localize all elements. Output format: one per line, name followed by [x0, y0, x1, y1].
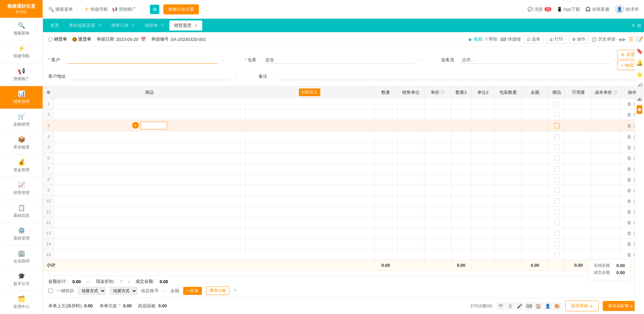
amount-cell-13[interactable] — [522, 228, 548, 239]
avail-cell-1[interactable] — [565, 99, 592, 109]
unit-cell-1[interactable] — [397, 99, 424, 109]
toolbar-icon-4[interactable]: ⌨ — [525, 302, 533, 310]
cost-cell-7[interactable] — [592, 164, 621, 174]
unit-cell-4[interactable] — [397, 131, 424, 142]
cost-cell-14[interactable] — [592, 239, 621, 249]
unit2-cell-3[interactable] — [471, 120, 495, 131]
gift-cell-6[interactable] — [548, 153, 565, 164]
gift-checkbox-14[interactable] — [554, 241, 559, 247]
cost-cell-10[interactable] — [592, 196, 621, 206]
avail-cell-13[interactable] — [565, 228, 592, 239]
date-value[interactable]: 2023-03-20 — [116, 37, 139, 42]
sidebar-item-operation[interactable]: 📈 经营管理 — [0, 177, 43, 200]
avail-cell-9[interactable] — [565, 185, 592, 196]
topbar-marketing[interactable]: 📢 营销推广 — [112, 6, 136, 12]
qty2-cell-12[interactable] — [451, 217, 471, 228]
avail-cell-15[interactable] — [565, 249, 592, 260]
unit2-cell-10[interactable] — [471, 196, 495, 206]
avail-cell-11[interactable] — [565, 206, 592, 217]
gear-icon-btn[interactable]: ⚙ — [150, 5, 159, 14]
fee-split-btn[interactable]: 费用分摊 — [206, 287, 229, 295]
pack-cell-2[interactable] — [495, 109, 522, 120]
unit-cell-6[interactable] — [397, 153, 424, 164]
delete-btn-4[interactable]: 🗑 — [627, 134, 632, 139]
gift-cell-3[interactable] — [548, 120, 565, 131]
qty-cell-5[interactable] — [374, 142, 397, 153]
qty2-cell-10[interactable] — [451, 196, 471, 206]
right-icon-bell[interactable]: 🔔 — [635, 58, 644, 67]
gift-checkbox-11[interactable] — [554, 209, 559, 214]
pack-cell-6[interactable] — [495, 153, 522, 164]
gift-checkbox-6[interactable] — [554, 155, 559, 161]
tab-sales-delivery[interactable]: 销货单✕ — [140, 20, 169, 30]
bill-no-value[interactable]: SA-20230320-001 — [171, 37, 206, 42]
unit2-cell-6[interactable] — [471, 153, 495, 164]
qty-cell-12[interactable] — [374, 217, 397, 228]
tab-close-sales-order[interactable]: ✕ — [131, 23, 135, 28]
save-new-btn[interactable]: 保存&新增 ∧ — [603, 301, 639, 311]
gift-cell-9[interactable] — [548, 185, 565, 196]
qty-cell-6[interactable] — [374, 153, 397, 164]
calendar-icon[interactable]: 📅 — [141, 37, 146, 42]
gift-checkbox-4[interactable] — [554, 134, 559, 139]
amount-cell-5[interactable] — [522, 142, 548, 153]
unit2-cell-15[interactable] — [471, 249, 495, 260]
price-cell-4[interactable] — [424, 131, 451, 142]
price-cell-14[interactable] — [424, 239, 451, 249]
product-cell-8[interactable] — [54, 174, 246, 185]
avail-cell-8[interactable] — [565, 174, 592, 185]
product-cell-4[interactable] — [54, 131, 246, 142]
product-cell-12[interactable] — [54, 217, 246, 228]
pack-cell-13[interactable] — [495, 228, 522, 239]
qty-cell-3[interactable] — [374, 120, 397, 131]
product-input-active[interactable] — [140, 122, 167, 129]
qty-cell-2[interactable] — [374, 109, 397, 120]
tab-sales-order[interactable]: 销售订单✕ — [107, 20, 140, 30]
gift-checkbox-3[interactable] — [554, 123, 559, 128]
qty2-cell-7[interactable] — [451, 164, 471, 174]
right-icon-notes[interactable]: 📝 — [635, 35, 644, 44]
online-service-btn[interactable]: 🎧 在线客服 — [585, 6, 609, 12]
gift-cell-11[interactable] — [548, 206, 565, 217]
qty2-cell-11[interactable] — [451, 206, 471, 217]
salesperson-input[interactable] — [460, 56, 610, 64]
unit-cell-11[interactable] — [397, 206, 424, 217]
amount-cell-4[interactable] — [522, 131, 548, 142]
sidebar-item-marketing[interactable]: 📢 营销推广 — [0, 63, 43, 86]
price-cell-9[interactable] — [424, 185, 451, 196]
pack-cell-11[interactable] — [495, 206, 522, 217]
delete-btn-8[interactable]: 🗑 — [627, 177, 632, 182]
avail-cell-14[interactable] — [565, 239, 592, 249]
next-arrow[interactable]: ▶ — [623, 37, 626, 42]
cost-cell-4[interactable] — [592, 131, 621, 142]
qty2-cell-5[interactable] — [451, 142, 471, 153]
gift-checkbox-2[interactable] — [554, 112, 559, 117]
price-cell-15[interactable] — [424, 249, 451, 260]
avail-cell-6[interactable] — [565, 153, 592, 164]
gift-checkbox-10[interactable] — [554, 198, 559, 204]
warehouse-dots[interactable]: ··· — [417, 57, 421, 63]
amount-cell-2[interactable] — [522, 109, 548, 120]
gift-checkbox-8[interactable] — [554, 177, 559, 182]
gift-cell-15[interactable] — [548, 249, 565, 260]
delete-btn-14[interactable]: 🗑 — [627, 241, 632, 247]
pack-cell-3[interactable] — [495, 120, 522, 131]
qty2-cell-4[interactable] — [451, 131, 471, 142]
right-icon-star[interactable]: ⭐ — [635, 70, 644, 79]
amount-cell-6[interactable] — [522, 153, 548, 164]
tab-sales-return[interactable]: 销货退货✕ — [169, 20, 202, 30]
gift-cell-5[interactable] — [548, 142, 565, 153]
gift-checkbox-15[interactable] — [554, 252, 559, 257]
toolbar-icon-6[interactable]: 👤 — [544, 302, 552, 310]
unit2-cell-9[interactable] — [471, 185, 495, 196]
cost-cell-8[interactable] — [592, 174, 621, 185]
warehouse-input[interactable] — [263, 56, 414, 64]
gift-checkbox-1[interactable] — [554, 101, 559, 107]
price-cell-7[interactable] — [424, 164, 451, 174]
add-btn[interactable]: + 添加 — [183, 287, 202, 295]
pack-cell-12[interactable] — [495, 217, 522, 228]
salesperson-dots[interactable]: ··· — [613, 57, 617, 63]
delete-btn-13[interactable]: 🗑 — [627, 231, 632, 236]
avail-cell-3[interactable] — [565, 120, 592, 131]
unit2-cell-5[interactable] — [471, 142, 495, 153]
